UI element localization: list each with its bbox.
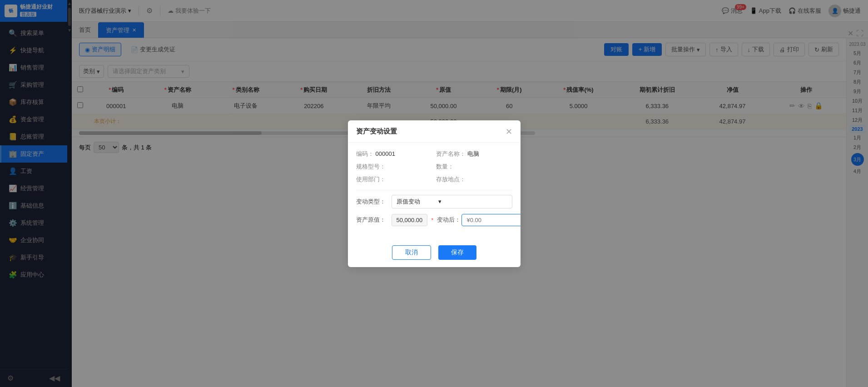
modal-original-input[interactable]: 50,000.00 — [392, 214, 428, 226]
modal-body: 编码： 000001 资产名称： 电脑 规格型号： 数量： 使用部门： — [348, 143, 521, 240]
modal-spec-item: 规格型号： — [356, 163, 432, 171]
modal-code-label: 编码： — [356, 150, 374, 158]
modal-dept-item: 使用部门： — [356, 175, 432, 184]
modal-asset-name-item: 资产名称： 电脑 — [436, 150, 512, 158]
modal-dept-label: 使用部门： — [356, 175, 386, 184]
modal-asset-name-value: 电脑 — [467, 150, 479, 158]
modal-info-grid: 编码： 000001 资产名称： 电脑 规格型号： 数量： 使用部门： — [356, 150, 512, 184]
modal-spec-label: 规格型号： — [356, 163, 386, 171]
modal-change-type-row: 变动类型： 原值变动 ▾ — [356, 195, 512, 208]
modal-required-star: * — [431, 217, 433, 223]
modal-overlay: 资产变动设置 ✕ 编码： 000001 资产名称： 电脑 规格型号： 数量： — [0, 0, 868, 387]
modal-cancel-btn[interactable]: 取消 — [392, 245, 431, 260]
modal-divider — [356, 190, 512, 190]
modal-asset-name-label: 资产名称： — [436, 150, 466, 158]
modal-close-btn[interactable]: ✕ — [506, 127, 512, 137]
modal-location-item: 存放地点： — [436, 175, 512, 184]
asset-change-modal: 资产变动设置 ✕ 编码： 000001 资产名称： 电脑 规格型号： 数量： — [348, 120, 521, 267]
modal-original-label: 资产原值： — [356, 216, 388, 224]
modal-after-input[interactable] — [461, 214, 520, 226]
modal-after-label: 变动后： — [437, 216, 458, 224]
modal-code-value: 000001 — [376, 150, 395, 157]
modal-location-label: 存放地点： — [436, 175, 466, 184]
modal-quantity-label: 数量： — [436, 163, 454, 171]
modal-quantity-item: 数量： — [436, 163, 512, 171]
modal-save-btn[interactable]: 保存 — [438, 245, 476, 260]
change-type-arrow: ▾ — [438, 198, 441, 205]
modal-change-type-label: 变动类型： — [356, 198, 388, 206]
modal-original-value: 50,000.00 — [397, 217, 423, 223]
modal-values-row: 资产原值： 50,000.00 * 变动后： — [356, 214, 512, 226]
change-type-value: 原值变动 — [397, 198, 420, 206]
modal-header: 资产变动设置 ✕ — [348, 120, 521, 143]
modal-change-type-select[interactable]: 原值变动 ▾ — [392, 195, 512, 208]
modal-code-item: 编码： 000001 — [356, 150, 432, 158]
modal-title: 资产变动设置 — [356, 127, 397, 136]
modal-footer: 取消 保存 — [348, 240, 521, 267]
